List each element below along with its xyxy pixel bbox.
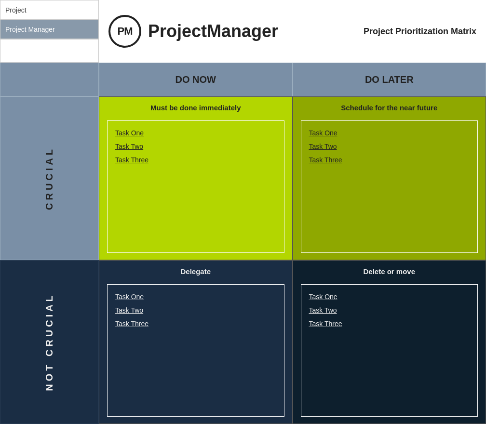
delegate-task-box: Task One Task Two Task Three [107, 284, 284, 417]
crucial-label: CRUCIAL [44, 146, 55, 210]
header: Project Project Manager PM ProjectManage… [0, 0, 486, 63]
col-header-do-later: DO LATER [293, 63, 486, 96]
do-later-crucial-task-box: Task One Task Two Task Three [301, 120, 478, 253]
cell-delegate: Delegate Task One Task Two Task Three [99, 260, 293, 424]
project-manager-label: Project Manager [0, 20, 98, 39]
do-now-crucial-header: Must be done immediately [107, 104, 284, 112]
pm-logo: PM ProjectManager [108, 15, 278, 48]
page-title-area: Project Prioritization Matrix [351, 0, 486, 63]
pm-circle-icon: PM [108, 15, 141, 48]
task-link[interactable]: Task Two [115, 305, 276, 316]
task-link[interactable]: Task Three [309, 155, 470, 166]
logo-area: PM ProjectManager [99, 0, 351, 63]
matrix-container: CRUCIAL NOT CRUCIAL DO NOW DO LATER Must… [0, 63, 486, 424]
matrix-grid: DO NOW DO LATER Must be done immediately… [99, 63, 486, 424]
cell-do-now-crucial: Must be done immediately Task One Task T… [99, 96, 293, 260]
app-name: ProjectManager [148, 21, 278, 41]
project-label: Project [0, 0, 98, 20]
task-link[interactable]: Task One [115, 128, 276, 139]
page-title: Project Prioritization Matrix [364, 26, 476, 37]
task-link[interactable]: Task Two [309, 141, 470, 153]
task-link[interactable]: Task Three [115, 318, 276, 330]
task-link[interactable]: Task One [309, 128, 470, 139]
not-crucial-row: Delegate Task One Task Two Task Three De… [99, 260, 486, 424]
task-link[interactable]: Task Two [309, 305, 470, 316]
task-link[interactable]: Task One [115, 291, 276, 303]
delete-header: Delete or move [301, 267, 478, 276]
sidebar-empty [0, 39, 98, 62]
delegate-header: Delegate [107, 267, 284, 276]
matrix-rows: Must be done immediately Task One Task T… [99, 96, 486, 424]
do-later-crucial-header: Schedule for the near future [301, 104, 478, 112]
cell-do-later-crucial: Schedule for the near future Task One Ta… [293, 96, 486, 260]
task-link[interactable]: Task Three [309, 318, 470, 330]
cell-delete: Delete or move Task One Task Two Task Th… [293, 260, 486, 424]
column-headers: DO NOW DO LATER [99, 63, 486, 96]
not-crucial-label: NOT CRUCIAL [44, 293, 55, 391]
do-now-crucial-task-box: Task One Task Two Task Three [107, 120, 284, 253]
row-label-spacer [0, 63, 99, 96]
crucial-row: Must be done immediately Task One Task T… [99, 96, 486, 260]
sidebar-header: Project Project Manager [0, 0, 99, 63]
delete-task-box: Task One Task Two Task Three [301, 284, 478, 417]
not-crucial-row-label: NOT CRUCIAL [0, 260, 99, 424]
col-header-do-now: DO NOW [99, 63, 293, 96]
row-labels-column: CRUCIAL NOT CRUCIAL [0, 63, 99, 424]
task-link[interactable]: Task Two [115, 141, 276, 153]
task-link[interactable]: Task Three [115, 155, 276, 166]
task-link[interactable]: Task One [309, 291, 470, 303]
crucial-row-label: CRUCIAL [0, 96, 99, 260]
